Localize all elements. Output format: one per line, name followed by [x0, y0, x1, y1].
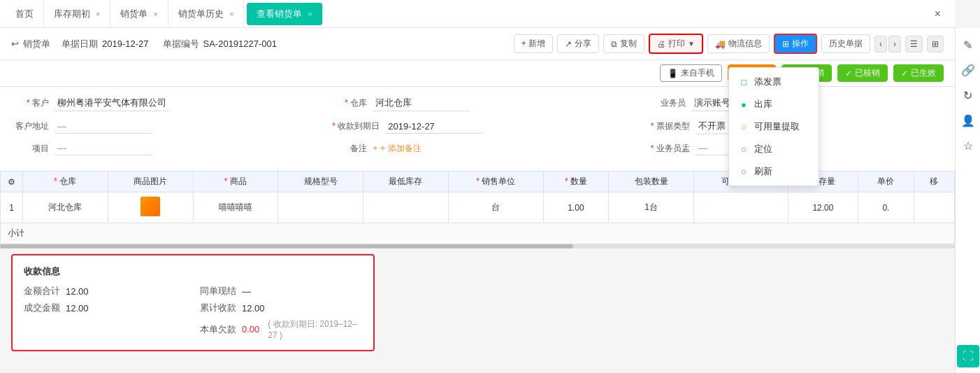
cumulative-label: 累计收款: [200, 302, 236, 314]
sidebar-refresh-icon[interactable]: ↻: [957, 84, 979, 106]
new-button[interactable]: + 新增: [514, 34, 553, 53]
row-unit-price[interactable]: 0.: [858, 192, 914, 223]
settle-value: —: [242, 286, 251, 297]
close-view-sale-tab[interactable]: ×: [308, 10, 312, 18]
customer-value[interactable]: 柳州粤港平安气体有限公司: [55, 95, 169, 111]
print-icon: 🖨: [657, 39, 665, 49]
close-history-tab[interactable]: ×: [229, 10, 233, 18]
col-image: 商品图片: [108, 171, 193, 192]
scroll-thumb[interactable]: [0, 244, 573, 248]
payment-date-value[interactable]: 2019-12-27: [385, 120, 483, 134]
prev-button[interactable]: ‹: [874, 36, 887, 52]
scroll-indicator[interactable]: [0, 244, 955, 248]
row-warehouse[interactable]: 河北仓库: [23, 192, 108, 223]
phone-icon: 📱: [668, 69, 678, 78]
add-note-button[interactable]: + + 添加备注: [373, 143, 421, 155]
ticket-type-label: 票据类型: [651, 120, 690, 132]
doc-type-icon: ↩: [11, 38, 19, 49]
tab-sale[interactable]: 销货单 ×: [110, 0, 168, 28]
document-meta: 单据日期 2019-12-27 单据编号 SA-20191227-001: [62, 38, 503, 50]
row-pack-qty[interactable]: 1台: [609, 192, 694, 223]
project-value[interactable]: —: [55, 141, 152, 155]
payment-info: 收款信息 金额合计 12.00 同单现结 — 成交金额 12.00 累计收款 1…: [11, 254, 375, 351]
copy-button[interactable]: ⧉ 复制: [603, 34, 644, 53]
doc-date-label: 单据日期: [62, 38, 98, 50]
print-dropdown-arrow: ▼: [688, 40, 695, 48]
available-extract-label: 可用量提取: [754, 120, 800, 133]
payment-date-label: 收款到期日: [332, 120, 380, 132]
locate-icon: ○: [739, 144, 749, 154]
dropdown-ship-out[interactable]: ● 出库: [729, 93, 819, 115]
dropdown-add-invoice[interactable]: □ 添发票: [729, 71, 819, 93]
address-field: 客户地址 —: [14, 120, 304, 134]
doc-number-field: 单据编号 SA-20191227-001: [163, 38, 278, 50]
warehouse-label: 仓库: [332, 97, 367, 109]
subtotal-label: 小计: [1, 223, 955, 244]
tab-view-sale[interactable]: 查看销货单 ×: [247, 3, 322, 25]
cumulative-value: 12.00: [242, 303, 265, 314]
print-button[interactable]: 🖨 打印 ▼: [649, 34, 703, 54]
operation-dropdown: □ 添发票 ● 出库 ○ 可用量提取 ○ 定位 ○ 刷新: [728, 67, 819, 186]
effective-button[interactable]: ✓ 已生效: [893, 64, 944, 82]
share-button[interactable]: ↗ 分享: [557, 34, 599, 53]
deal-amount-row: 成交金额 12.00: [24, 302, 186, 314]
address-value[interactable]: —: [55, 120, 152, 134]
col-more: 移: [914, 171, 954, 192]
project-field: 项目 —: [14, 141, 304, 155]
close-window-button[interactable]: ×: [926, 8, 949, 20]
deal-amount-value: 12.00: [66, 303, 89, 314]
operation-icon: ⊞: [782, 39, 789, 49]
logistics-button[interactable]: 🚚 物流信息: [707, 34, 770, 53]
dropdown-refresh[interactable]: ○ 刷新: [729, 160, 819, 183]
close-inventory-tab[interactable]: ×: [96, 10, 100, 18]
grid-view-button[interactable]: ⊞: [927, 36, 944, 52]
customer-field: 客户 柳州粤港平安气体有限公司: [14, 95, 304, 111]
refresh-icon: ○: [739, 167, 749, 176]
truck-icon: 🚚: [715, 39, 726, 49]
close-sale-tab[interactable]: ×: [153, 10, 157, 18]
arrears-label: 本单欠款: [200, 323, 236, 336]
sidebar-star-icon[interactable]: ☆: [957, 134, 979, 157]
total-amount-row: 金额合计 12.00: [24, 285, 186, 297]
employee-label: 业务员: [651, 97, 686, 109]
row-current-stock[interactable]: 12.00: [788, 192, 858, 223]
sold-button[interactable]: ✓ 已核销: [837, 64, 888, 82]
deal-amount-label: 成交金额: [24, 302, 60, 314]
ship-out-label: 出库: [754, 98, 772, 111]
doc-number-label: 单据编号: [163, 38, 199, 50]
from-phone-button[interactable]: 📱 来自手机: [660, 64, 722, 82]
row-available[interactable]: [693, 192, 788, 223]
row-min-stock[interactable]: [363, 192, 449, 223]
note-field: 备注 + + 添加备注: [332, 143, 622, 155]
row-quantity[interactable]: 1.00: [543, 192, 609, 223]
doc-number-value: SA-20191227-001: [203, 38, 278, 49]
tab-sale-history[interactable]: 销货单历史 ×: [168, 0, 244, 28]
sidebar-edit-icon[interactable]: ✎: [957, 34, 979, 56]
ship-out-icon: ●: [739, 99, 749, 109]
add-invoice-label: 添发票: [754, 76, 781, 88]
sidebar-user-icon[interactable]: 👤: [957, 109, 979, 132]
arrears-row: 本单欠款 0.00 ( 收款到期日: 2019–12–27 ): [200, 318, 362, 340]
history-button[interactable]: 历史单据: [821, 34, 870, 53]
col-warehouse: * 仓库: [23, 171, 108, 192]
operation-button[interactable]: ⊞ 操作: [774, 34, 817, 54]
sidebar-link-icon[interactable]: 🔗: [957, 59, 979, 81]
tab-inventory[interactable]: 库存期初 ×: [44, 0, 110, 28]
col-product: * 商品: [193, 171, 278, 192]
list-view-button[interactable]: ☰: [905, 36, 923, 52]
tab-home[interactable]: 首页: [6, 0, 44, 28]
table-row: 1 河北仓库 嘻嘻嘻嘻 台 1.00 1台 12.00 0.: [1, 192, 955, 223]
col-unit-price: 单价: [858, 171, 914, 192]
col-setting[interactable]: ⚙: [1, 171, 23, 192]
row-spec[interactable]: [278, 192, 363, 223]
tab-bar: 首页 库存期初 × 销货单 × 销货单历史 × 查看销货单 × ×: [0, 0, 955, 28]
next-button[interactable]: ›: [888, 36, 901, 52]
sidebar-expand-icon[interactable]: ⛶: [957, 345, 979, 357]
warehouse-value[interactable]: 河北仓库: [373, 95, 470, 111]
dropdown-available-extract[interactable]: ○ 可用量提取: [729, 115, 819, 138]
project-label: 项目: [14, 143, 49, 155]
row-product[interactable]: 嘻嘻嘻嘻: [193, 192, 278, 223]
settle-row: 同单现结 —: [200, 285, 362, 297]
row-unit[interactable]: 台: [448, 192, 543, 223]
dropdown-locate[interactable]: ○ 定位: [729, 138, 819, 160]
